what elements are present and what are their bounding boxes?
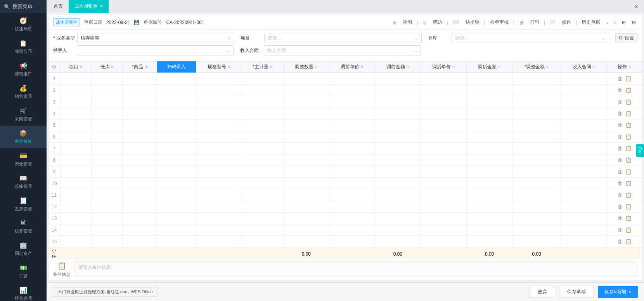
notes-icon-area[interactable]: 📋 备注信息 xyxy=(53,261,70,277)
cell-adjust_amount-14[interactable] xyxy=(512,224,561,236)
cell-scan-7[interactable] xyxy=(157,143,196,154)
cell-project-12[interactable] xyxy=(60,201,92,213)
save-draft-button[interactable]: 保存草稿 xyxy=(559,286,594,298)
cell-before_amount-1[interactable] xyxy=(375,73,421,85)
cell-scan-14[interactable] xyxy=(157,224,196,236)
cell-product-13[interactable] xyxy=(123,213,157,224)
cell-product-4[interactable] xyxy=(123,108,157,119)
cell-income_contract-5[interactable] xyxy=(561,119,607,131)
cell-income_contract-14[interactable] xyxy=(561,224,607,236)
notes-input[interactable]: 请输入备注信息 xyxy=(74,261,637,277)
cell-project-8[interactable] xyxy=(60,154,92,166)
cell-scan-4[interactable] xyxy=(157,108,196,119)
cell-product-2[interactable] xyxy=(123,85,157,96)
cell-product-6[interactable] xyxy=(123,131,157,143)
delete-btn-13[interactable]: 🗑 xyxy=(616,215,623,222)
cell-before_price-15[interactable] xyxy=(329,236,375,247)
cell-before_amount-9[interactable] xyxy=(375,166,421,178)
delete-btn-14[interactable]: 🗑 xyxy=(616,226,623,234)
cell-scan-8[interactable] xyxy=(157,154,196,166)
cell-after_price-9[interactable] xyxy=(421,166,466,178)
cell-project-2[interactable] xyxy=(60,85,92,96)
cell-after_amount-4[interactable] xyxy=(467,108,512,119)
copy-btn-15[interactable]: 📋 xyxy=(625,238,632,245)
cell-after_price-14[interactable] xyxy=(421,224,466,236)
sidebar-item-quick-nav[interactable]: 🧭 快速导航 xyxy=(0,13,47,36)
cell-unit-2[interactable] xyxy=(242,85,284,96)
cell-project-15[interactable] xyxy=(60,236,92,247)
copy-btn-6[interactable]: 📋 xyxy=(625,133,632,140)
cell-scan-15[interactable] xyxy=(157,236,196,247)
cell-adjust_qty-8[interactable] xyxy=(283,154,329,166)
cell-after_price-13[interactable] xyxy=(421,213,466,224)
cell-before_amount-12[interactable] xyxy=(375,201,421,213)
delete-btn-15[interactable]: 🗑 xyxy=(616,238,623,245)
delete-btn-3[interactable]: 🗑 xyxy=(616,98,623,106)
cell-unit-10[interactable] xyxy=(242,178,284,189)
cell-scan-12[interactable] xyxy=(157,201,196,213)
copy-btn-9[interactable]: 📋 xyxy=(625,168,632,175)
cell-project-9[interactable] xyxy=(60,166,92,178)
delete-btn-11[interactable]: 🗑 xyxy=(616,191,623,199)
cell-before_price-13[interactable] xyxy=(329,213,375,224)
cell-product-1[interactable] xyxy=(123,73,157,85)
cell-unit-4[interactable] xyxy=(242,108,284,119)
cell-after_amount-3[interactable] xyxy=(467,96,512,108)
cell-after_price-15[interactable] xyxy=(421,236,466,247)
cell-before_amount-4[interactable] xyxy=(375,108,421,119)
cell-before_amount-6[interactable] xyxy=(375,131,421,143)
cell-before_price-8[interactable] xyxy=(329,154,375,166)
cell-warehouse-15[interactable] xyxy=(92,236,123,247)
cell-adjust_amount-11[interactable] xyxy=(512,189,561,201)
cell-spec-3[interactable] xyxy=(196,96,242,108)
cell-unit-14[interactable] xyxy=(242,224,284,236)
cell-adjust_qty-5[interactable] xyxy=(283,119,329,131)
cell-income_contract-13[interactable] xyxy=(561,213,607,224)
copy-btn-8[interactable]: 📋 xyxy=(625,156,632,164)
cell-scan-13[interactable] xyxy=(157,213,196,224)
copy-btn-2[interactable]: 📋 xyxy=(625,86,632,94)
sidebar-item-tax[interactable]: 🏛 税务管理 xyxy=(0,216,47,238)
copy-btn-13[interactable]: 📋 xyxy=(625,215,632,222)
cell-warehouse-8[interactable] xyxy=(92,154,123,166)
income-contract-input[interactable]: 收入合同 ... xyxy=(264,45,421,55)
cell-adjust_qty-14[interactable] xyxy=(283,224,329,236)
cell-warehouse-11[interactable] xyxy=(92,189,123,201)
copy-btn-14[interactable]: 📋 xyxy=(625,226,632,234)
cell-income_contract-12[interactable] xyxy=(561,201,607,213)
cell-income_contract-10[interactable] xyxy=(561,178,607,189)
cell-after_amount-12[interactable] xyxy=(467,201,512,213)
cell-project-4[interactable] xyxy=(60,108,92,119)
cell-unit-12[interactable] xyxy=(242,201,284,213)
cell-adjust_qty-3[interactable] xyxy=(283,96,329,108)
cell-adjust_qty-4[interactable] xyxy=(283,108,329,119)
cell-income_contract-7[interactable] xyxy=(561,143,607,154)
sidebar-item-marketing[interactable]: 📢 营销推广 xyxy=(0,58,47,81)
cell-adjust_qty-7[interactable] xyxy=(283,143,329,154)
cell-spec-5[interactable] xyxy=(196,119,242,131)
cell-scan-6[interactable] xyxy=(157,131,196,143)
cell-scan-9[interactable] xyxy=(157,166,196,178)
cell-project-1[interactable] xyxy=(60,73,92,85)
save-new-arrow[interactable]: ∨ xyxy=(628,290,631,294)
cell-spec-1[interactable] xyxy=(196,73,242,85)
cell-project-13[interactable] xyxy=(60,213,92,224)
cell-spec-14[interactable] xyxy=(196,224,242,236)
cell-income_contract-3[interactable] xyxy=(561,96,607,108)
cell-before_amount-5[interactable] xyxy=(375,119,421,131)
grid-icon[interactable]: ⊞ xyxy=(620,19,627,26)
cell-product-7[interactable] xyxy=(123,143,157,154)
cell-before_price-1[interactable] xyxy=(329,73,375,85)
cell-before_price-9[interactable] xyxy=(329,166,375,178)
cell-after_price-1[interactable] xyxy=(421,73,466,85)
cell-warehouse-3[interactable] xyxy=(92,96,123,108)
cell-adjust_qty-12[interactable] xyxy=(283,201,329,213)
cell-adjust_amount-12[interactable] xyxy=(512,201,561,213)
cell-adjust_amount-4[interactable] xyxy=(512,108,561,119)
copy-btn-11[interactable]: 📋 xyxy=(625,191,632,199)
cell-adjust_amount-8[interactable] xyxy=(512,154,561,166)
sidebar-item-invoice[interactable]: 🧾 发票管理 xyxy=(0,193,47,216)
cell-adjust_amount-2[interactable] xyxy=(512,85,561,96)
cell-warehouse-4[interactable] xyxy=(92,108,123,119)
copy-btn-10[interactable]: 📋 xyxy=(625,180,632,187)
